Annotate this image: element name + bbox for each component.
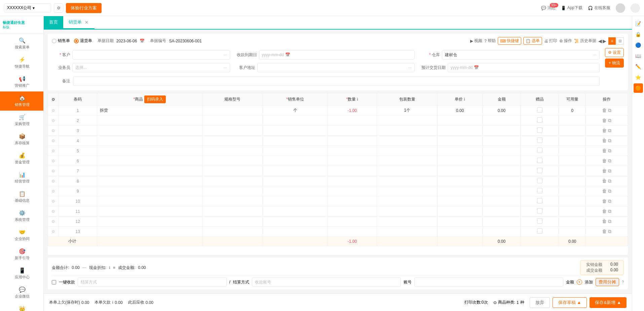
one-click-checkbox[interactable] (52, 280, 56, 284)
salesman-input[interactable]: 选择... ··· (72, 63, 230, 72)
cell-qty[interactable] (328, 146, 377, 156)
prev-arrow[interactable]: ◀ (598, 38, 602, 44)
copy-row-icon[interactable]: ⧉ (608, 219, 611, 224)
cell-amount[interactable] (483, 196, 521, 206)
cell-product[interactable] (97, 126, 202, 136)
cell-amount[interactable] (483, 227, 521, 237)
right-panel-edit-btn[interactable]: ✏️ (634, 62, 643, 71)
cell-spec[interactable] (202, 136, 263, 146)
cell-gift[interactable] (521, 116, 559, 126)
cell-gift[interactable] (521, 176, 559, 186)
settings-button[interactable]: ⚙ 设置 (605, 48, 624, 57)
cell-gift[interactable] (521, 206, 559, 217)
payment-account-input[interactable]: 收款账号 (252, 277, 401, 287)
cell-gift[interactable] (521, 156, 559, 166)
cell-unit[interactable] (263, 136, 328, 146)
sidebar-item-purchase[interactable]: 🛒 采购管理 (0, 111, 43, 130)
cell-pkg-qty[interactable] (377, 227, 438, 237)
copy-row-icon[interactable]: ⧉ (608, 128, 611, 133)
message-button[interactable]: 💬 消息 99+ (541, 5, 556, 11)
cell-amount[interactable] (483, 156, 521, 166)
cell-pkg-qty[interactable] (377, 116, 438, 126)
cell-spec[interactable] (202, 206, 263, 217)
list-view-btn[interactable]: ≡ (608, 37, 616, 45)
delete-row-icon[interactable]: 🗑 (602, 168, 607, 174)
cell-product[interactable] (97, 156, 202, 166)
cell-unit[interactable] (263, 116, 328, 126)
cell-qty[interactable] (328, 227, 377, 237)
cell-unit-price[interactable]: 0.00 (438, 106, 483, 116)
radio-return[interactable]: 退货单 (74, 38, 92, 44)
delete-row-icon[interactable]: 🗑 (602, 128, 607, 133)
sidebar-item-operations[interactable]: 📊 经营管理 (0, 168, 43, 187)
select-order-btn[interactable]: 📋 选单 (523, 37, 542, 45)
right-panel-note-btn[interactable]: 📝 (634, 19, 643, 28)
cell-qty[interactable] (328, 116, 377, 126)
delete-row-icon[interactable]: 🗑 (602, 118, 607, 123)
tab-home[interactable]: 首页 (44, 16, 63, 29)
cell-unit-price[interactable] (438, 186, 483, 196)
cell-spec[interactable] (202, 146, 263, 156)
cell-product[interactable] (97, 116, 202, 126)
cell-gift[interactable] (521, 227, 559, 237)
cell-pkg-qty[interactable] (377, 217, 438, 227)
cell-qty[interactable] (328, 196, 377, 206)
cell-unit[interactable] (263, 206, 328, 217)
shortcut-btn[interactable]: ⌨ 快捷键 (498, 37, 521, 45)
add-payment-button[interactable]: + (577, 279, 582, 285)
next-arrow[interactable]: ▶ (603, 38, 606, 44)
cell-unit[interactable] (263, 176, 328, 186)
sidebar-item-marketing[interactable]: 📢 营销推广 (0, 72, 43, 91)
cell-pkg-qty[interactable] (377, 146, 438, 156)
right-panel-lock-btn[interactable]: 🔒 (634, 30, 643, 39)
remark-input[interactable] (73, 76, 600, 86)
sidebar-item-system[interactable]: ⚙️ 系统管理 (0, 206, 43, 226)
cell-qty[interactable] (328, 176, 377, 186)
cell-unit-price[interactable] (438, 116, 483, 126)
cell-unit[interactable] (263, 166, 328, 176)
cell-unit[interactable]: 个 (263, 106, 328, 116)
cell-amount[interactable] (483, 206, 521, 217)
cell-gift[interactable] (521, 217, 559, 227)
cell-spec[interactable] (202, 196, 263, 206)
discount-info-icon[interactable]: ℹ (109, 266, 110, 270)
cell-spec[interactable] (202, 176, 263, 186)
user-avatar[interactable] (616, 3, 625, 13)
cell-unit[interactable] (263, 146, 328, 156)
cell-qty[interactable]: -1.00 (328, 106, 377, 116)
print-btn[interactable]: 🖨 打印 (544, 38, 557, 44)
expected-date-input[interactable]: yyyy-mm-dd 📅 (448, 63, 600, 72)
copy-row-icon[interactable]: ⧉ (608, 198, 611, 204)
delete-row-icon[interactable]: 🗑 (602, 208, 607, 214)
cell-spec[interactable] (202, 156, 263, 166)
cell-spec[interactable] (202, 166, 263, 176)
due-date-input[interactable]: yyyy-mm-dd 📅 (259, 50, 415, 60)
delete-row-icon[interactable]: 🗑 (602, 188, 607, 194)
cell-pkg-qty[interactable] (377, 166, 438, 176)
sidebar-item-sales[interactable]: 🏠 销售管理 (0, 91, 43, 111)
delete-row-icon[interactable]: 🗑 (602, 138, 607, 144)
right-panel-star-btn[interactable]: ⭐ (634, 73, 643, 82)
cell-gift[interactable] (521, 196, 559, 206)
delete-row-icon[interactable]: 🗑 (602, 108, 607, 113)
copy-row-icon[interactable]: ⧉ (608, 138, 611, 144)
cell-spec[interactable] (202, 126, 263, 136)
grid-view-btn[interactable]: ⊞ (616, 37, 624, 45)
cell-unit[interactable] (263, 126, 328, 136)
video-btn[interactable]: ▶ 视频 (470, 38, 482, 44)
cell-qty[interactable] (328, 166, 377, 176)
copy-row-icon[interactable]: ⧉ (608, 168, 611, 174)
app-download-button[interactable]: 📱 App下载 (561, 5, 582, 11)
cell-unit[interactable] (263, 217, 328, 227)
cell-qty[interactable] (328, 186, 377, 196)
cell-spec[interactable] (202, 116, 263, 126)
cell-spec[interactable] (202, 217, 263, 227)
cell-unit[interactable] (263, 186, 328, 196)
cell-unit-price[interactable] (438, 206, 483, 217)
cell-amount[interactable] (483, 146, 521, 156)
cell-pkg-qty[interactable] (377, 176, 438, 186)
due-date-calendar-icon[interactable]: 📅 (284, 52, 292, 57)
delete-row-icon[interactable]: 🗑 (602, 229, 607, 234)
cell-product[interactable] (97, 136, 202, 146)
right-panel-book-btn[interactable]: 📖 (634, 51, 643, 61)
